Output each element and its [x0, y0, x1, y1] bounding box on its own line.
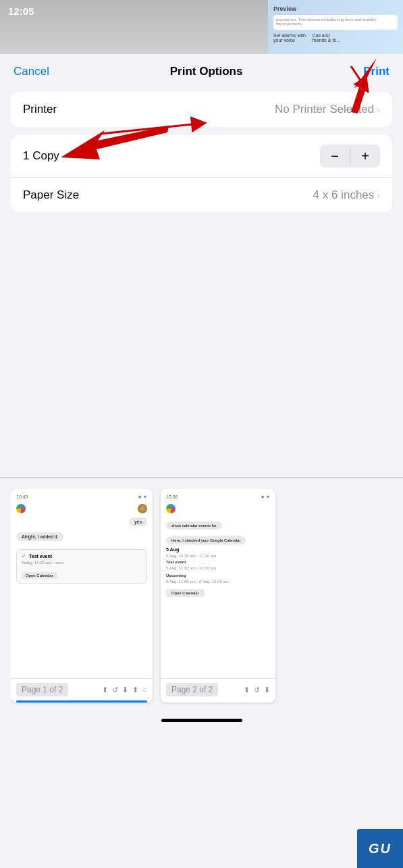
- thumb2-bubble-here: Here, I checked your Google Calendar: [166, 532, 270, 544]
- rotate-icon[interactable]: ↺: [112, 686, 118, 694]
- thumbnail-1: 10:49 ★ ✦ yes: [11, 489, 153, 703]
- print-button[interactable]: Print: [363, 65, 389, 78]
- thumb1-event-check: ✓ Test event: [22, 553, 142, 559]
- thumb1-active-bar: [16, 700, 147, 703]
- empty-space: [0, 220, 403, 477]
- paper-size-chevron-icon: ›: [377, 190, 380, 201]
- preview-section: 10:49 ★ ✦ yes: [0, 478, 403, 708]
- copies-label: 1 Copy: [23, 149, 59, 163]
- printer-chevron-icon: ›: [377, 104, 380, 115]
- thumb2-time: 10:56: [166, 494, 178, 500]
- circle-icon[interactable]: ○: [142, 686, 147, 694]
- thumb2-icons-row: [166, 504, 270, 513]
- thumb1-event-card: ✓ Test event Today, 11:00 am - noon Open…: [16, 549, 147, 584]
- home-bar-container: [0, 708, 403, 736]
- thumb2-open-calendar: Open Calendar: [166, 589, 205, 597]
- modal-sheet: Cancel Print Options Print: [0, 54, 403, 736]
- thumbnail-2: 10:56 ★ ✦ show calendar events for: [161, 489, 275, 703]
- paper-size-value: 4 x 6 inches ›: [313, 188, 380, 202]
- printer-row[interactable]: Printer No Printer Selected ›: [11, 92, 392, 127]
- page2-label: Page 2 of 2: [166, 683, 218, 696]
- decrement-button[interactable]: −: [320, 145, 350, 168]
- increment-button[interactable]: +: [350, 145, 380, 168]
- thumb2-date: 5 Aug: [166, 547, 270, 552]
- thumb1-action-icons: ⬆ ↺ ⬇ ⬆ ○: [102, 686, 147, 694]
- paper-size-value-text: 4 x 6 inches: [313, 188, 375, 202]
- thumb1-open-calendar: Open Calendar: [22, 572, 57, 579]
- printer-value: No Printer Selected ›: [275, 103, 380, 116]
- thumb1-icons: ★ ✦: [138, 494, 147, 500]
- cancel-button[interactable]: Cancel: [14, 65, 49, 78]
- modal-header: Cancel Print Options Print: [0, 54, 403, 86]
- thumb2-bubble-show: show calendar events for: [166, 517, 270, 530]
- page-root: 12:05 ✈ Preview experience. This release…: [0, 0, 403, 868]
- thumb1-avatar: [138, 504, 147, 513]
- options-card: 1 Copy − + Paper Size 4 x 6 inches ›: [11, 135, 392, 212]
- gu-logo: GU: [357, 829, 403, 868]
- modal-title: Print Options: [170, 65, 243, 78]
- share-icon[interactable]: ⬆: [102, 686, 108, 694]
- thumb1-time: 10:49: [16, 494, 28, 500]
- screenshot-bg: 12:05 ✈ Preview experience. This release…: [0, 0, 403, 54]
- thumbnail-2-footer: Page 2 of 2 ⬆ ↺ ⬇: [161, 678, 275, 700]
- copies-stepper: − +: [320, 145, 380, 168]
- screenshot-right-content: Preview experience. This release include…: [268, 0, 403, 54]
- printer-value-text: No Printer Selected: [275, 103, 374, 116]
- thumbnail-1-footer: Page 1 of 2 ⬆ ↺ ⬇ ⬆ ○: [11, 678, 153, 700]
- thumb1-icons-row: [16, 504, 147, 513]
- printer-card: Printer No Printer Selected ›: [11, 92, 392, 127]
- crop-icon[interactable]: ⬇: [122, 686, 128, 694]
- thumb2-google-icon: [166, 504, 176, 513]
- home-indicator: [161, 719, 242, 722]
- paper-size-label: Paper Size: [23, 188, 79, 202]
- thumb1-event-time: Today, 11:00 am - noon: [22, 561, 142, 565]
- copies-row: 1 Copy − +: [11, 135, 392, 177]
- share2-icon[interactable]: ⬆: [244, 686, 250, 694]
- page1-label: Page 1 of 2: [16, 683, 68, 696]
- gu-logo-text: GU: [369, 841, 392, 857]
- thumb2-action-icons: ⬆ ↺ ⬇: [244, 686, 270, 694]
- thumb2-icons: ★ ✦: [261, 494, 270, 500]
- preview-thumbnails: 10:49 ★ ✦ yes: [11, 489, 392, 708]
- rotate2-icon[interactable]: ↺: [254, 686, 260, 694]
- thumb1-bubble-added: Alright, I added it.: [16, 532, 147, 541]
- thumb2-events: 5 Aug, 10:30 am - 11:30 am Test event 5 …: [166, 553, 270, 585]
- thumb1-google-icon: [16, 504, 26, 513]
- thumbnail-1-content: 10:49 ★ ✦ yes: [11, 489, 153, 678]
- thumb1-status: 10:49 ★ ✦: [16, 494, 147, 500]
- thumb1-bubble-yes: yes: [16, 517, 147, 526]
- flag-icon[interactable]: ⬆: [132, 686, 138, 694]
- crop2-icon[interactable]: ⬇: [264, 686, 270, 694]
- thumbnail-2-content: 10:56 ★ ✦ show calendar events for: [161, 489, 275, 678]
- status-time: 12:05: [8, 5, 34, 17]
- printer-label: Printer: [23, 103, 57, 116]
- paper-size-row[interactable]: Paper Size 4 x 6 inches ›: [11, 177, 392, 212]
- thumb2-status: 10:56 ★ ✦: [166, 494, 270, 500]
